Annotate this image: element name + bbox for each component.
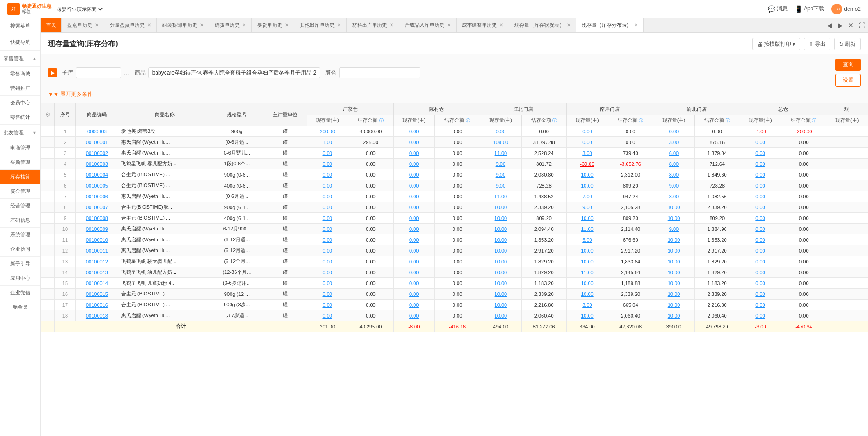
row-jb-qty[interactable]: 10.00 [480, 202, 521, 213]
row-zc-qty[interactable]: 0.00 [740, 169, 781, 180]
close-icon[interactable]: ✕ [390, 23, 393, 28]
close-icon[interactable]: ✕ [500, 23, 503, 28]
row-code[interactable]: 00100010 [75, 234, 118, 245]
row-code[interactable]: 00100016 [75, 300, 118, 310]
row-cc-qty[interactable]: 0.00 [393, 148, 434, 159]
row-yb-qty[interactable]: 10.00 [653, 256, 694, 267]
sidebar-item-collab[interactable]: 企业协同 [0, 242, 40, 257]
row-cc-qty[interactable]: 0.00 [393, 137, 434, 148]
sidebar-item-retail-stat[interactable]: 零售统计 [0, 110, 40, 125]
row-yb-qty[interactable]: 9.00 [653, 224, 694, 234]
row-jb-qty[interactable]: 0.00 [480, 126, 521, 137]
sidebar-item-member[interactable]: 会员中心 [0, 96, 40, 110]
row-cj-qty[interactable]: 0.00 [307, 234, 348, 245]
sidebar-item-retail[interactable]: 零售管理▲ [0, 51, 40, 67]
row-cc-qty[interactable]: 0.00 [393, 191, 434, 202]
user-area[interactable]: Ea demo2 [831, 4, 861, 14]
tab-product-in[interactable]: 产成品入库单历史 ✕ [399, 18, 457, 32]
warehouse-input[interactable] [76, 67, 121, 78]
row-code[interactable]: 00100004 [75, 169, 118, 180]
row-cc-qty[interactable]: 0.00 [393, 169, 434, 180]
row-yb-qty[interactable]: 10.00 [653, 202, 694, 213]
row-cj-qty[interactable]: 0.00 [307, 256, 348, 267]
gear-icon[interactable]: ⚙ [45, 111, 51, 118]
setting-button[interactable]: 设置 [835, 74, 861, 87]
row-jb-qty[interactable]: 9.00 [480, 180, 521, 191]
row-cc-qty[interactable]: 0.00 [393, 213, 434, 224]
row-na-qty[interactable]: 3.00 [566, 300, 608, 310]
row-cc-qty[interactable]: 0.00 [393, 234, 434, 245]
app-download-btn[interactable]: 📱 App下载 [795, 5, 824, 13]
row-cj-qty[interactable]: 0.00 [307, 191, 348, 202]
row-code[interactable]: 00100015 [75, 289, 118, 300]
close-icon[interactable]: ✕ [200, 23, 203, 28]
row-na-qty[interactable]: 10.00 [566, 278, 608, 289]
row-cj-qty[interactable]: 0.00 [307, 300, 348, 310]
row-code[interactable]: 00100014 [75, 278, 118, 289]
tab-outbound[interactable]: 其他出库单历史 ✕ [294, 18, 347, 32]
close-icon[interactable]: ✕ [147, 23, 151, 28]
row-jb-qty[interactable]: 10.00 [480, 224, 521, 234]
row-na-qty[interactable]: 10.00 [566, 213, 608, 224]
row-code[interactable]: 0000003 [75, 126, 118, 137]
row-cj-qty[interactable]: 0.00 [307, 245, 348, 256]
row-code[interactable]: 00100008 [75, 213, 118, 224]
row-zc-qty[interactable]: 0.00 [740, 180, 781, 191]
row-code[interactable]: 00100001 [75, 137, 118, 148]
row-zc-qty[interactable]: 0.00 [740, 213, 781, 224]
row-yb-qty[interactable]: 10.00 [653, 267, 694, 278]
row-yb-qty[interactable]: 8.00 [653, 159, 694, 169]
row-jb-qty[interactable]: 10.00 [480, 234, 521, 245]
sidebar-item-system[interactable]: 系统管理 [0, 228, 40, 242]
row-na-qty[interactable]: -39.00 [566, 159, 608, 169]
row-code[interactable]: 00100013 [75, 267, 118, 278]
sidebar-item-finance[interactable]: 资金管理 [0, 184, 40, 199]
row-cc-qty[interactable]: 0.00 [393, 289, 434, 300]
row-jb-qty[interactable]: 10.00 [480, 245, 521, 256]
row-code[interactable]: 00100007 [75, 202, 118, 213]
row-yb-qty[interactable]: 10.00 [653, 245, 694, 256]
row-cj-qty[interactable]: 0.00 [307, 289, 348, 300]
sidebar-item-member2[interactable]: 畅会员 [0, 300, 40, 314]
row-cc-qty[interactable]: 0.00 [393, 245, 434, 256]
row-zc-qty[interactable]: 0.00 [740, 289, 781, 300]
tab-partcount[interactable]: 分量盘点单历史 ✕ [104, 18, 157, 32]
row-yb-qty[interactable]: 10.00 [653, 234, 694, 245]
close-icon[interactable]: ✕ [447, 23, 451, 28]
row-cc-qty[interactable]: 0.00 [393, 267, 434, 278]
print-btn[interactable]: 🖨 按模版打印 ▾ [752, 38, 800, 50]
row-zc-qty[interactable]: 0.00 [740, 267, 781, 278]
row-na-qty[interactable]: 3.00 [566, 148, 608, 159]
refresh-btn[interactable]: ↻ 刷新 [834, 38, 861, 50]
row-zc-qty[interactable]: 0.00 [740, 137, 781, 148]
close-icon[interactable]: ✕ [285, 23, 288, 28]
row-yb-qty[interactable]: 9.00 [653, 180, 694, 191]
row-zc-qty[interactable]: 0.00 [740, 300, 781, 310]
row-cj-qty[interactable]: 0.00 [307, 224, 348, 234]
tab-expand-btn[interactable]: ⛶ [856, 22, 868, 29]
tab-material-out[interactable]: 材料出库单历史 ✕ [347, 18, 399, 32]
row-na-qty[interactable]: 11.00 [566, 224, 608, 234]
tab-cost-adj[interactable]: 成本调整单历史 ✕ [457, 18, 509, 32]
row-jb-qty[interactable]: 10.00 [480, 300, 521, 310]
row-cj-qty[interactable]: 0.00 [307, 310, 348, 321]
tab-home[interactable]: 首页 [41, 18, 62, 32]
sidebar-item-operation[interactable]: 经营管理 [0, 199, 40, 213]
row-na-qty[interactable]: 0.00 [566, 126, 608, 137]
tab-order[interactable]: 要货单历史 ✕ [252, 18, 294, 32]
row-zc-qty[interactable]: 0.00 [740, 310, 781, 321]
row-code[interactable]: 00100005 [75, 180, 118, 191]
row-na-qty[interactable]: 7.00 [566, 191, 608, 202]
row-code[interactable]: 00100006 [75, 191, 118, 202]
row-yb-qty[interactable]: 10.00 [653, 300, 694, 310]
row-na-qty[interactable]: 5.00 [566, 234, 608, 245]
row-jb-qty[interactable]: 11.00 [480, 191, 521, 202]
tab-close-all-btn[interactable]: ✕ [845, 22, 856, 29]
row-zc-qty[interactable]: 0.00 [740, 202, 781, 213]
tab-prev-btn[interactable]: ◀ [825, 22, 835, 29]
row-cc-qty[interactable]: 0.00 [393, 159, 434, 169]
messages-btn[interactable]: 💬 消息 [768, 5, 788, 13]
row-cj-qty[interactable]: 0.00 [307, 180, 348, 191]
row-zc-qty[interactable]: 0.00 [740, 191, 781, 202]
row-zc-qty[interactable]: 0.00 [740, 224, 781, 234]
